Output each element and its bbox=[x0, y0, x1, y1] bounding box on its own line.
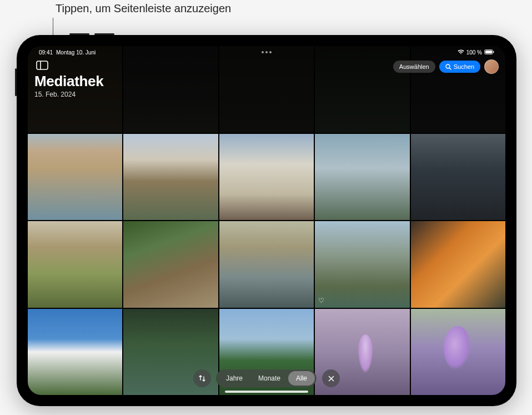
select-label: Auswählen bbox=[399, 63, 429, 70]
ipad-physical-button bbox=[69, 33, 89, 35]
ipad-frame: 09:41 Montag 10. Juni 100 % bbox=[17, 35, 516, 406]
sidebar-icon bbox=[36, 61, 48, 70]
svg-rect-3 bbox=[37, 61, 48, 69]
photo-thumbnail[interactable] bbox=[219, 46, 314, 133]
avatar[interactable] bbox=[484, 59, 499, 74]
segment-all[interactable]: Alle bbox=[288, 371, 315, 386]
ipad-physical-button bbox=[15, 68, 17, 96]
search-icon bbox=[445, 64, 451, 70]
svg-line-6 bbox=[449, 68, 451, 69]
segment-years[interactable]: Jahre bbox=[218, 371, 250, 386]
segment-months[interactable]: Monate bbox=[250, 371, 288, 386]
screen: 09:41 Montag 10. Juni 100 % bbox=[28, 46, 505, 395]
photo-grid: ♡ bbox=[28, 46, 505, 395]
photo-thumbnail[interactable] bbox=[219, 221, 314, 308]
photo-thumbnail[interactable] bbox=[123, 46, 218, 133]
ipad-physical-button bbox=[94, 33, 114, 35]
svg-rect-1 bbox=[485, 50, 492, 53]
status-time: 09:41 bbox=[39, 49, 53, 56]
sidebar-toggle-button[interactable] bbox=[34, 58, 50, 72]
callout-text: Tippen, um Seitenleiste anzuzeigen bbox=[56, 2, 231, 15]
photo-thumbnail[interactable] bbox=[28, 309, 122, 396]
battery-icon bbox=[484, 49, 494, 56]
status-bar: 09:41 Montag 10. Juni 100 % bbox=[28, 46, 505, 58]
search-label: Suchen bbox=[454, 63, 474, 70]
photo-thumbnail[interactable] bbox=[123, 134, 218, 221]
sort-button[interactable] bbox=[193, 369, 211, 387]
page-title: Mediathek bbox=[34, 73, 103, 90]
close-icon bbox=[328, 376, 334, 382]
status-date: Montag 10. Juni bbox=[56, 49, 96, 56]
close-button[interactable] bbox=[322, 369, 340, 387]
search-button[interactable]: Suchen bbox=[439, 61, 480, 73]
home-indicator[interactable] bbox=[225, 391, 308, 393]
photo-thumbnail[interactable] bbox=[411, 309, 505, 396]
photo-thumbnail[interactable] bbox=[411, 221, 505, 308]
photo-thumbnail[interactable] bbox=[28, 134, 122, 221]
photo-thumbnail[interactable] bbox=[219, 134, 314, 221]
photo-thumbnail[interactable] bbox=[28, 221, 122, 308]
more-icon[interactable] bbox=[262, 51, 272, 53]
photo-thumbnail[interactable] bbox=[411, 134, 505, 221]
status-battery: 100 % bbox=[466, 49, 482, 56]
photo-thumbnail[interactable] bbox=[123, 221, 218, 308]
photo-thumbnail[interactable] bbox=[315, 134, 409, 221]
sort-icon bbox=[198, 374, 206, 382]
page-subtitle: 15. Feb. 2024 bbox=[34, 91, 103, 98]
svg-rect-2 bbox=[493, 51, 494, 53]
photo-thumbnail[interactable]: ♡ bbox=[315, 221, 409, 308]
wifi-icon bbox=[458, 49, 464, 56]
view-segmented-control: Jahre Monate Alle bbox=[217, 369, 317, 387]
heart-icon: ♡ bbox=[318, 297, 324, 304]
select-button[interactable]: Auswählen bbox=[393, 61, 435, 73]
